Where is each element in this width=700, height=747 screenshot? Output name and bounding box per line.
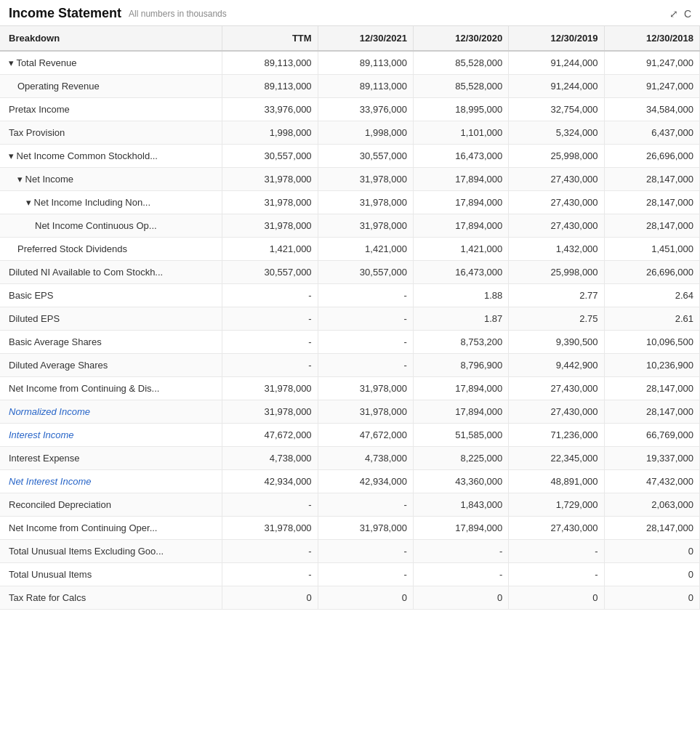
row-value: - [222, 563, 318, 586]
row-value: - [318, 493, 413, 517]
table-row: Net Income from Continuing Oper...31,978… [0, 517, 700, 540]
close-icon[interactable]: C [684, 8, 691, 20]
row-value: 0 [509, 586, 604, 610]
row-value: 2.64 [604, 284, 699, 307]
row-value: 27,430,000 [509, 377, 604, 400]
row-value: - [318, 331, 413, 354]
table-row: Diluted EPS--1.872.752.61 [0, 307, 700, 331]
row-value: 51,585,000 [413, 424, 508, 447]
table-row: Total Unusual Items Excluding Goo...----… [0, 540, 700, 563]
row-label: ▾ Net Income [0, 168, 222, 191]
row-value: 1,843,000 [413, 493, 508, 517]
row-label: Total Unusual Items [0, 563, 222, 586]
row-value: 33,976,000 [318, 98, 413, 121]
row-value: 22,345,000 [509, 447, 604, 470]
row-value: - [222, 284, 318, 307]
row-value: 25,998,000 [509, 145, 604, 168]
table-row: Interest Income47,672,00047,672,00051,58… [0, 424, 700, 447]
row-value: - [222, 307, 318, 331]
income-statement-table: Breakdown TTM 12/30/2021 12/30/2020 12/3… [0, 26, 700, 610]
row-value: - [222, 493, 318, 517]
row-value: 31,978,000 [222, 168, 318, 191]
row-value: 31,978,000 [318, 191, 413, 214]
table-row: Total Unusual Items----0 [0, 563, 700, 586]
row-value: 31,978,000 [318, 168, 413, 191]
row-value: 0 [318, 586, 413, 610]
row-value: - [318, 563, 413, 586]
row-value: 27,430,000 [509, 191, 604, 214]
row-label: ▾ Net Income Common Stockhold... [0, 145, 222, 168]
row-value: 1.87 [413, 307, 508, 331]
row-label: Diluted EPS [0, 307, 222, 331]
row-value: - [222, 540, 318, 563]
row-value: 43,360,000 [413, 470, 508, 493]
row-value: 10,096,500 [604, 331, 699, 354]
table-row: Net Income from Continuing & Dis...31,97… [0, 377, 700, 400]
row-value: 5,324,000 [509, 121, 604, 145]
row-value: 31,978,000 [222, 377, 318, 400]
row-value: - [222, 331, 318, 354]
row-value: 10,236,900 [604, 354, 699, 377]
row-value: 30,557,000 [222, 145, 318, 168]
table-row: Net Interest Income42,934,00042,934,0004… [0, 470, 700, 493]
row-value: 17,894,000 [413, 214, 508, 238]
table-row: Pretax Income33,976,00033,976,00018,995,… [0, 98, 700, 121]
table-row: Tax Provision1,998,0001,998,0001,101,000… [0, 121, 700, 145]
table-row: ▾ Total Revenue89,113,00089,113,00085,52… [0, 51, 700, 75]
row-value: 0 [604, 563, 699, 586]
row-value: 1,451,000 [604, 238, 699, 261]
row-value: 1,432,000 [509, 238, 604, 261]
row-label: Diluted Average Shares [0, 354, 222, 377]
table-row: Normalized Income31,978,00031,978,00017,… [0, 400, 700, 424]
row-value: 47,672,000 [222, 424, 318, 447]
row-value: 4,738,000 [222, 447, 318, 470]
row-value: 31,978,000 [222, 191, 318, 214]
row-value: - [509, 563, 604, 586]
row-value: 89,113,000 [222, 75, 318, 98]
row-value: 42,934,000 [222, 470, 318, 493]
page-title: Income Statement [9, 6, 121, 21]
expand-icon[interactable]: ⤢ [669, 8, 678, 20]
row-value: - [318, 307, 413, 331]
row-value: 28,147,000 [604, 517, 699, 540]
row-value: 42,934,000 [318, 470, 413, 493]
row-value: - [413, 563, 508, 586]
row-label: Net Income from Continuing & Dis... [0, 377, 222, 400]
table-row: Basic EPS--1.882.772.64 [0, 284, 700, 307]
col-header-ttm: TTM [222, 26, 318, 51]
row-value: 18,995,000 [413, 98, 508, 121]
row-label: Operating Revenue [0, 75, 222, 98]
row-value: 2.77 [509, 284, 604, 307]
row-value: 17,894,000 [413, 377, 508, 400]
table-row: Diluted Average Shares--8,796,9009,442,9… [0, 354, 700, 377]
row-value: 28,147,000 [604, 400, 699, 424]
row-value: 27,430,000 [509, 214, 604, 238]
row-value: 1,101,000 [413, 121, 508, 145]
row-value: 9,390,500 [509, 331, 604, 354]
row-value: 91,244,000 [509, 51, 604, 75]
row-value: 31,978,000 [318, 517, 413, 540]
row-value: 9,442,900 [509, 354, 604, 377]
row-value: - [222, 354, 318, 377]
row-value: 28,147,000 [604, 191, 699, 214]
row-value: 1,421,000 [222, 238, 318, 261]
row-label: Pretax Income [0, 98, 222, 121]
row-label: Interest Expense [0, 447, 222, 470]
row-value: 28,147,000 [604, 168, 699, 191]
row-label: Net Income Continuous Op... [0, 214, 222, 238]
table-row: Net Income Continuous Op...31,978,00031,… [0, 214, 700, 238]
row-value: 25,998,000 [509, 261, 604, 284]
row-value: - [509, 540, 604, 563]
row-label: Basic Average Shares [0, 331, 222, 354]
row-label: Total Unusual Items Excluding Goo... [0, 540, 222, 563]
row-value: 1,998,000 [318, 121, 413, 145]
row-label: Net Income from Continuing Oper... [0, 517, 222, 540]
row-value: 0 [413, 586, 508, 610]
row-value: 31,978,000 [222, 214, 318, 238]
row-value: 26,696,000 [604, 145, 699, 168]
row-value: 27,430,000 [509, 400, 604, 424]
table-row: Tax Rate for Calcs00000 [0, 586, 700, 610]
table-row: Reconciled Depreciation--1,843,0001,729,… [0, 493, 700, 517]
row-value: 30,557,000 [318, 145, 413, 168]
row-label: Diluted NI Available to Com Stockh... [0, 261, 222, 284]
